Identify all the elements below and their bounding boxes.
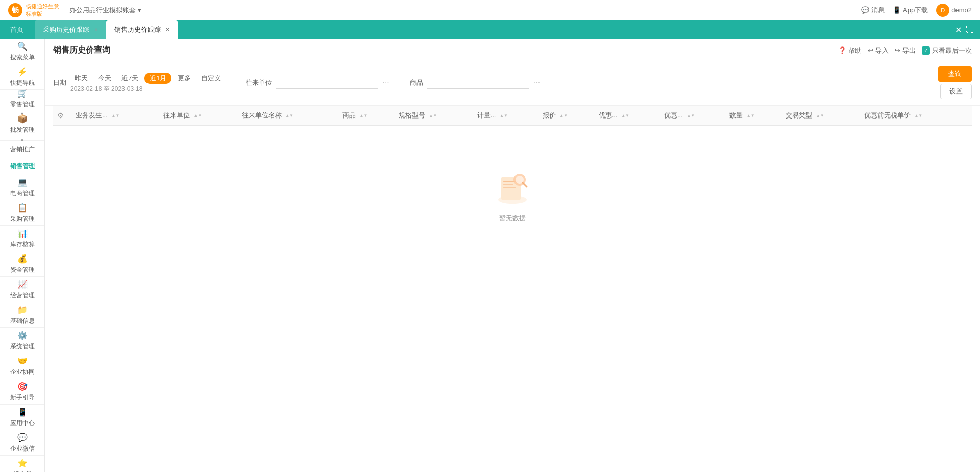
page-container: 销售历史价查询 ❓ 帮助 ↩ 导入 ↪ 导出 ✓: [45, 39, 980, 472]
inventory-icon: 📊: [17, 228, 28, 238]
content-area: 销售历史价查询 ❓ 帮助 ↩ 导入 ↪ 导出 ✓: [45, 39, 980, 472]
purchase-mgmt-icon: 📋: [17, 203, 28, 213]
export-icon: ↪: [895, 46, 900, 54]
chevron-down-icon: ▾: [138, 6, 141, 14]
table-settings-icon[interactable]: ⚙: [57, 111, 64, 120]
sidebar-system-label: 系统管理: [10, 342, 35, 351]
sidebar-purchase-mgmt-label: 采购管理: [10, 215, 35, 223]
tab-purchase-history[interactable]: 采购历史价跟踪 ×: [35, 20, 106, 39]
th-spec[interactable]: 规格型号 ▲▼: [395, 106, 473, 126]
sidebar-item-vip-member[interactable]: ⭐ 畅会员: [0, 456, 44, 472]
sidebar-item-ecommerce[interactable]: 💻 电商管理: [0, 175, 44, 200]
help-icon: ❓: [838, 46, 846, 54]
tab-expand-button[interactable]: ⛶: [966, 25, 974, 34]
source-filter: 往来单位 ···: [246, 77, 389, 89]
date-buttons: 昨天 今天 近7天 近1月 更多 自定义: [70, 73, 225, 84]
sidebar-item-operations[interactable]: 📈 经营管理: [0, 277, 44, 302]
th-quote[interactable]: 报价 ▲▼: [538, 106, 595, 126]
date-btn-more[interactable]: 更多: [174, 73, 195, 84]
sidebar-enterprise-wechat-label: 企业微信: [10, 444, 35, 453]
sort-icon: ▲▼: [429, 113, 437, 118]
purchase-history-tab-label: 采购历史价跟踪: [43, 25, 89, 34]
date-btn-custom[interactable]: 自定义: [197, 73, 225, 84]
date-label: 日期: [53, 78, 66, 87]
th-discount1[interactable]: 优惠... ▲▼: [595, 106, 660, 126]
sales-history-tab-close[interactable]: ×: [166, 26, 169, 33]
sidebar-item-quick-nav[interactable]: ⚡ 快捷导航: [0, 64, 44, 90]
date-btn-1month[interactable]: 近1月: [144, 73, 172, 84]
tab-close-all-button[interactable]: ✕: [955, 25, 962, 35]
basic-info-icon: 📁: [17, 305, 28, 315]
message-button[interactable]: 💬 消息: [861, 6, 885, 15]
sidebar-item-inventory[interactable]: 📊 库存核算: [0, 226, 44, 251]
sidebar-item-basic-info[interactable]: 📁 基础信息: [0, 302, 44, 328]
th-biz-date[interactable]: 业务发生... ▲▼: [71, 106, 159, 126]
purchase-history-tab-close[interactable]: ×: [94, 26, 98, 33]
th-discount2[interactable]: 优惠... ▲▼: [660, 106, 725, 126]
sidebar-item-sales-mgmt[interactable]: 销售管理: [0, 158, 44, 175]
sort-icon: ▲▼: [914, 113, 922, 118]
sidebar-item-search-menu[interactable]: 🔍 搜索菜单: [0, 39, 44, 64]
product-input[interactable]: [427, 77, 529, 89]
th-partner-code[interactable]: 往来单位 ▲▼: [159, 106, 238, 126]
settings-button[interactable]: 设置: [940, 84, 972, 99]
help-button[interactable]: ❓ 帮助: [838, 46, 862, 55]
sidebar-item-new-guide[interactable]: 🎯 新手引导: [0, 379, 44, 405]
th-settings: ⚙: [53, 106, 71, 126]
sidebar-inventory-label: 库存核算: [10, 240, 35, 249]
page-header-actions: ❓ 帮助 ↩ 导入 ↪ 导出 ✓ 只看最后一次: [838, 46, 972, 55]
sidebar-item-app-center[interactable]: 📱 应用中心: [0, 405, 44, 430]
page-title: 销售历史价查询: [53, 45, 110, 56]
th-trade-type[interactable]: 交易类型 ▲▼: [781, 106, 860, 126]
filter-area: 日期 昨天 今天 近7天 近1月 更多 自定义 2023-02-18 至 202…: [45, 60, 980, 106]
operations-icon: 📈: [17, 279, 28, 289]
export-button[interactable]: ↪ 导出: [895, 46, 916, 55]
ecommerce-icon: 💻: [17, 177, 28, 187]
app-download-button[interactable]: 📱 App下载: [893, 6, 928, 15]
sort-icon: ▲▼: [747, 113, 755, 118]
tab-sales-history[interactable]: 销售历史价跟踪 ×: [106, 20, 178, 39]
tab-home[interactable]: 首页: [0, 20, 34, 39]
new-guide-icon: 🎯: [17, 382, 28, 391]
sidebar-basic-info-label: 基础信息: [10, 317, 35, 325]
user-avatar-area[interactable]: D demo2: [936, 4, 972, 17]
sidebar-item-purchase-mgmt[interactable]: 📋 采购管理: [0, 200, 44, 226]
date-btn-yesterday[interactable]: 昨天: [70, 73, 92, 84]
sidebar-enterprise-collab-label: 企业协同: [10, 368, 35, 376]
source-dots[interactable]: ···: [382, 78, 389, 87]
wholesale-mgmt-icon: 📦: [17, 114, 28, 124]
sidebar-finance-label: 资金管理: [10, 266, 35, 274]
th-qty[interactable]: 数量 ▲▼: [725, 106, 781, 126]
sidebar-item-marketing[interactable]: 营销推广: [0, 141, 44, 158]
th-unit[interactable]: 计量... ▲▼: [473, 106, 538, 126]
sidebar-item-finance[interactable]: 💰 资金管理: [0, 251, 44, 277]
date-btn-today[interactable]: 今天: [94, 73, 115, 84]
logo-area: 畅 畅捷通好生意 标准版: [8, 3, 59, 17]
finance-icon: 💰: [17, 254, 28, 264]
import-button[interactable]: ↩ 导入: [868, 46, 889, 55]
sidebar-item-wholesale-mgmt[interactable]: 📦 批发管理 ▴: [0, 115, 44, 141]
company-selector[interactable]: 办公用品行业模拟账套 ▾: [69, 6, 141, 15]
sidebar-retail-mgmt-label: 零售管理: [10, 100, 35, 109]
date-filter: 日期 昨天 今天 近7天 近1月 更多 自定义 2023-02-18 至 202…: [53, 73, 225, 93]
home-tab-label: 首页: [10, 25, 23, 34]
th-product[interactable]: 商品 ▲▼: [338, 106, 395, 126]
th-partner-name[interactable]: 往来单位名称 ▲▼: [238, 106, 338, 126]
th-pre-tax[interactable]: 优惠前无税单价 ▲▼: [860, 106, 972, 126]
system-icon: ⚙️: [17, 331, 28, 340]
product-dots[interactable]: ···: [533, 78, 540, 87]
date-range-display: 2023-02-18 至 2023-03-18: [70, 85, 225, 93]
sales-history-tab-label: 销售历史价跟踪: [114, 25, 161, 34]
top-bar: 畅 畅捷通好生意 标准版 办公用品行业模拟账套 ▾ 💬 消息 📱 App下载 D…: [0, 0, 980, 20]
sidebar-item-enterprise-wechat[interactable]: 💬 企业微信: [0, 430, 44, 456]
sidebar-item-enterprise-collab[interactable]: 🤝 企业协同: [0, 353, 44, 379]
source-input[interactable]: [276, 77, 378, 89]
only-last-checkbox[interactable]: ✓ 只看最后一次: [922, 46, 972, 55]
query-button[interactable]: 查询: [938, 66, 972, 82]
sidebar-item-system[interactable]: ⚙️ 系统管理: [0, 328, 44, 353]
sidebar-app-center-label: 应用中心: [10, 419, 35, 428]
date-btn-7days[interactable]: 近7天: [117, 73, 142, 84]
enterprise-wechat-icon: 💬: [17, 433, 28, 442]
sidebar-item-retail-mgmt[interactable]: 🛒 零售管理 ▾: [0, 90, 44, 115]
top-bar-left: 畅 畅捷通好生意 标准版 办公用品行业模拟账套 ▾: [8, 3, 141, 17]
